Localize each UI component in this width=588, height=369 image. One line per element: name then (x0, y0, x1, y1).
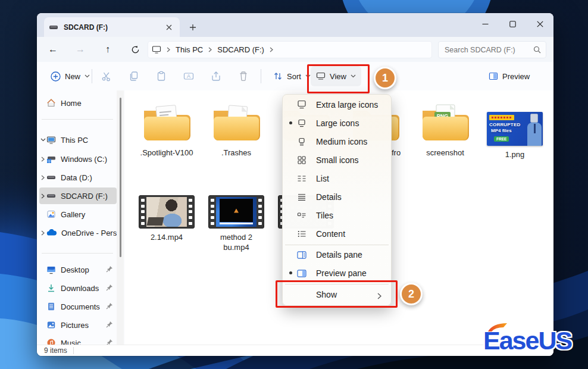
this-pc-icon (46, 136, 56, 145)
desktop-icon (46, 265, 56, 274)
menu-item-extra-large-icons[interactable]: Extra large icons (285, 96, 389, 114)
menu-item-label: Medium icons (316, 137, 367, 146)
breadcrumb-current[interactable]: SDCARD (F:) (217, 45, 264, 54)
copy-button[interactable] (124, 66, 144, 86)
thumb-text-line2: MP4 files (491, 128, 512, 133)
sidebar-item-sdcard-f[interactable]: SDCARD (F:) (39, 187, 117, 204)
file-item-1png[interactable]: CORRUPTED MP4 files FREE 1.png (481, 112, 548, 160)
status-bar: 9 items (37, 345, 553, 356)
menu-item-details-pane[interactable]: Details pane (285, 246, 389, 264)
explorer-tab[interactable]: SDCARD (F:) (44, 17, 180, 37)
list-icon (297, 174, 306, 183)
menu-item-preview-pane[interactable]: Preview pane (285, 264, 389, 282)
menu-item-medium-icons[interactable]: Medium icons (285, 133, 389, 151)
annotation-box-view (307, 64, 370, 93)
menu-item-tiles[interactable]: Tiles (285, 207, 389, 224)
pin-icon (106, 321, 113, 330)
menu-item-large-icons[interactable]: Large icons (285, 114, 389, 132)
file-item-method2-video[interactable]: method 2bu.mp4 (203, 195, 270, 252)
refresh-button[interactable] (126, 40, 144, 58)
new-plus-icon (51, 71, 61, 82)
breadcrumb-this-pc[interactable]: This PC (176, 45, 203, 54)
paste-button[interactable] (151, 66, 171, 86)
chevron-collapsed-icon[interactable] (39, 193, 46, 199)
new-button[interactable]: New (45, 66, 95, 86)
delete-button[interactable] (233, 66, 254, 86)
file-item-spotlight-folder[interactable]: .Spotlight-V100 (133, 101, 200, 158)
menu-item-label: Preview pane (316, 268, 367, 278)
film-holes (139, 196, 146, 228)
sidebar-item-label: Desktop (61, 265, 106, 274)
file-label-partial: fro (392, 148, 401, 158)
new-tab-button[interactable] (186, 20, 200, 35)
maximize-button[interactable] (499, 13, 526, 35)
sidebar-item-music[interactable]: Music (39, 334, 117, 345)
file-item-214-video[interactable]: 2.14.mp4 (133, 195, 200, 242)
cut-button[interactable] (96, 66, 117, 86)
forward-button[interactable]: → (71, 40, 89, 58)
rename-button[interactable]: A (179, 66, 199, 86)
sidebar-item-this-pc[interactable]: This PC (39, 132, 117, 148)
window-controls (471, 13, 553, 35)
menu-item-label: Tiles (316, 211, 333, 220)
sidebar-item-documents[interactable]: Documents (39, 298, 117, 315)
status-divider (73, 347, 74, 354)
share-icon (211, 71, 221, 82)
sidebar-item-data-d[interactable]: Data (D:) (39, 169, 117, 186)
sidebar-item-downloads[interactable]: Downloads (39, 280, 117, 296)
pictures-icon (46, 320, 56, 330)
file-item-screenshot-folder[interactable]: PNG screenshot (412, 101, 478, 158)
cut-icon (101, 71, 112, 82)
paste-icon (156, 71, 167, 82)
sidebar-item-windows-c[interactable]: Windows (C:) (39, 151, 117, 167)
back-button[interactable]: ← (44, 40, 62, 58)
selected-bullet (289, 271, 292, 274)
menu-item-details[interactable]: Details (285, 188, 389, 206)
tab-close-icon[interactable] (163, 21, 175, 33)
sidebar-item-pictures[interactable]: Pictures (39, 317, 117, 333)
chevron-right-icon (208, 47, 212, 52)
search-box[interactable] (438, 41, 546, 58)
sidebar-item-gallery[interactable]: Gallery (39, 206, 117, 223)
thumb-free-badge: FREE (494, 136, 509, 142)
sidebar-divider (42, 119, 113, 120)
search-input[interactable] (443, 45, 533, 55)
up-button[interactable]: ↑ (99, 40, 117, 58)
file-label: 2.14.mp4 (151, 232, 183, 242)
video-thumbnail (139, 195, 195, 229)
extra-large-icons-icon (297, 100, 306, 110)
file-item-trashes-folder[interactable]: .Trashes (203, 101, 270, 158)
sort-icon (273, 71, 283, 81)
sidebar-item-label: Home (61, 99, 117, 108)
menu-item-small-icons[interactable]: Small icons (285, 151, 389, 169)
menu-item-content[interactable]: Content (285, 225, 389, 243)
chevron-collapsed-icon[interactable] (39, 175, 46, 180)
thumb-text-line1: CORRUPTED (489, 122, 520, 127)
chevron-expanded-icon[interactable] (39, 138, 46, 142)
close-button[interactable] (526, 13, 553, 35)
sidebar-item-home[interactable]: Home (39, 95, 117, 111)
chevron-collapsed-icon[interactable] (39, 230, 46, 236)
minimize-button[interactable] (471, 13, 499, 35)
menu-item-list[interactable]: List (285, 170, 389, 187)
menu-item-label: Extra large icons (316, 100, 378, 110)
plus-icon (189, 24, 196, 31)
share-button[interactable] (206, 66, 226, 86)
home-icon (46, 98, 56, 108)
sidebar-item-label: This PC (61, 136, 117, 145)
tab-bar: SDCARD (F:) (37, 13, 553, 37)
preview-button[interactable]: Preview (483, 66, 535, 86)
sidebar-item-label: Pictures (61, 321, 106, 330)
view-dropdown-menu: Extra large icons Large icons Medium ico… (282, 94, 392, 306)
pin-icon (106, 265, 113, 274)
sidebar-scrollbar-thumb[interactable] (120, 98, 121, 257)
chevron-collapsed-icon[interactable] (39, 157, 46, 162)
drive-icon (46, 173, 56, 182)
annotation-step-1: 1 (374, 67, 396, 89)
trash-icon (238, 71, 249, 82)
sidebar-item-onedrive[interactable]: OneDrive - Perso (39, 224, 117, 241)
chevron-right-icon (167, 47, 170, 52)
toolbar-divider (261, 69, 261, 83)
menu-divider (285, 245, 389, 245)
sidebar-item-desktop[interactable]: Desktop (39, 261, 117, 278)
